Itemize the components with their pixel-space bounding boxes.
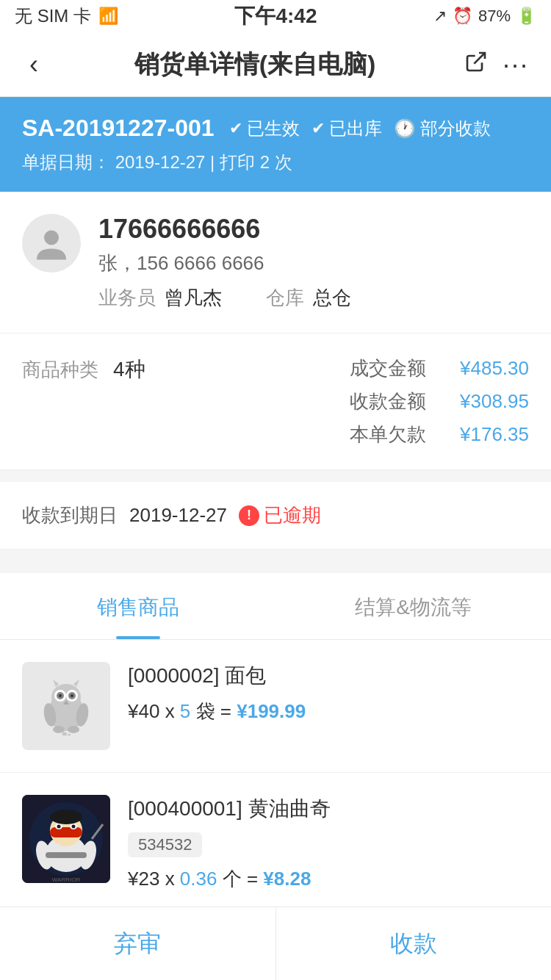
salesperson-label: 业务员: [98, 285, 156, 311]
print-count: 2: [260, 152, 270, 172]
stats-section: 商品种类 4种 成交金额 ¥485.30 收款金额 ¥308.95 本单欠款 ¥…: [0, 334, 551, 470]
svg-rect-31: [46, 852, 87, 858]
cancel-review-button[interactable]: 弃审: [0, 907, 276, 980]
order-date: 2019-12-27: [115, 152, 206, 172]
collect-payment-label: 收款: [390, 928, 437, 960]
stats-row: 商品种类 4种 成交金额 ¥485.30 收款金额 ¥308.95 本单欠款 ¥…: [22, 356, 529, 447]
transaction-amount-value: ¥485.30: [441, 357, 529, 380]
svg-text:兽+: 兽+: [62, 732, 71, 735]
tab-settlement[interactable]: 结算&物流等: [276, 573, 551, 639]
operator-1: x: [165, 700, 180, 722]
svg-point-27: [50, 810, 82, 824]
svg-text:WARRIOR: WARRIOR: [52, 876, 81, 883]
order-date-line: 单据日期： 2019-12-27 | 打印 2 次: [22, 151, 529, 174]
collect-payment-button[interactable]: 收款: [276, 907, 552, 980]
carrier-text: 无 SIM 卡: [15, 4, 91, 28]
customer-id: 17666666666: [98, 214, 529, 245]
received-amount-label: 收款金额: [350, 389, 426, 414]
svg-point-25: [57, 825, 61, 829]
product-code-2: [000400001]: [128, 797, 242, 820]
product-unit-2: 个: [223, 868, 242, 890]
product-thumb-1: 兽+: [22, 662, 110, 750]
transaction-amount-line: 成交金额 ¥485.30: [350, 356, 529, 381]
alarm-icon: ⏰: [453, 7, 472, 26]
wifi-icon: 📶: [98, 7, 118, 26]
battery-text: 87%: [478, 7, 511, 26]
print-unit: 次: [275, 152, 292, 172]
customer-meta: 业务员 曾凡杰 仓库 总仓: [98, 285, 529, 311]
status-partial-label: 部分收款: [420, 117, 491, 140]
due-date-section: 收款到期日 2019-12-27 ! 已逾期: [0, 482, 551, 550]
product-info-2: [000400001] 黄油曲奇 534532 ¥23 x 0.36 个 = ¥…: [128, 795, 529, 892]
overdue-badge: ! 已逾期: [239, 502, 321, 528]
tabs-section: 销售商品 结算&物流等: [0, 573, 551, 640]
product-name-2: [000400001] 黄油曲奇: [128, 795, 529, 823]
print-label: | 打印: [210, 152, 255, 172]
product-info-1: [0000002] 面包 ¥40 x 5 袋 = ¥199.99: [128, 662, 529, 724]
debt-amount-value: ¥176.35: [441, 423, 529, 446]
status-tags: ✔ 已生效 ✔ 已出库 🕐 部分收款: [229, 117, 491, 140]
product-price-line-1: ¥40 x 5 袋 = ¥199.99: [128, 699, 529, 724]
product-total-1: ¥199.99: [237, 700, 306, 722]
transaction-amount-label: 成交金额: [350, 356, 426, 381]
product-price-2: ¥23: [128, 868, 159, 890]
more-button[interactable]: ···: [503, 49, 529, 80]
bottom-bar: 弃审 收款: [0, 907, 551, 980]
salesperson-value: 曾凡杰: [165, 285, 222, 311]
status-left: 无 SIM 卡 📶: [15, 4, 118, 28]
product-name-text-1: 面包: [225, 664, 266, 687]
product-name-1: [0000002] 面包: [128, 662, 529, 690]
order-id: SA-20191227-001: [22, 115, 215, 142]
status-tag-effective: ✔ 已生效: [229, 117, 300, 140]
back-button[interactable]: ‹: [22, 42, 46, 87]
svg-line-0: [474, 53, 485, 64]
status-shipped-label: 已出库: [329, 117, 382, 140]
status-right: ↗ ⏰ 87% 🔋: [433, 7, 536, 26]
share-button[interactable]: [464, 50, 488, 79]
owl-icon: 兽+: [37, 677, 96, 735]
back-icon: ‹: [29, 49, 38, 79]
tab-products[interactable]: 销售商品: [0, 573, 276, 639]
operator-2: x: [165, 868, 180, 890]
product-name-text-2: 黄油曲奇: [248, 797, 331, 820]
status-bar: 无 SIM 卡 📶 下午4:42 ↗ ⏰ 87% 🔋: [0, 0, 551, 32]
product-qty-1: 5: [180, 700, 190, 722]
header-banner: SA-20191227-001 ✔ 已生效 ✔ 已出库 🕐 部分收款 单据日期：…: [0, 97, 551, 192]
overdue-icon: !: [239, 505, 259, 526]
product-item-1: 兽+ [0000002] 面包 ¥40 x 5 袋 = ¥199.99: [0, 640, 551, 773]
product-price-1: ¥40: [128, 700, 159, 722]
tab-products-label: 销售商品: [97, 596, 179, 619]
product-total-2: ¥8.28: [263, 868, 311, 890]
product-code-1: [0000002]: [128, 664, 220, 687]
location-icon: ↗: [433, 7, 447, 26]
svg-marker-13: [53, 680, 59, 687]
check-icon-2: ✔: [311, 119, 325, 138]
warehouse-label: 仓库: [266, 285, 304, 311]
status-time: 下午4:42: [234, 2, 317, 30]
battery-icon: 🔋: [516, 7, 536, 26]
product-batch-2: 534532: [128, 832, 202, 857]
product-list: 兽+ [0000002] 面包 ¥40 x 5 袋 = ¥199.99: [0, 640, 551, 915]
product-item-2: WARRIOR [000400001] 黄油曲奇 534532 ¥23 x 0.…: [0, 773, 551, 915]
tabs-row: 销售商品 结算&物流等: [0, 573, 551, 640]
received-amount-line: 收款金额 ¥308.95: [350, 389, 529, 414]
stats-right: 成交金额 ¥485.30 收款金额 ¥308.95 本单欠款 ¥176.35: [350, 356, 529, 447]
customer-section: 17666666666 张，156 6666 6666 业务员 曾凡杰 仓库 总…: [0, 192, 551, 334]
person-icon: [33, 225, 70, 262]
cancel-review-label: 弃审: [114, 928, 161, 960]
stats-left: 商品种类 4种: [22, 356, 145, 383]
svg-rect-22: [50, 827, 82, 837]
debt-amount-line: 本单欠款 ¥176.35: [350, 422, 529, 447]
status-tag-partial: 🕐 部分收款: [394, 117, 491, 140]
date-label: 单据日期：: [22, 152, 110, 172]
svg-point-9: [71, 694, 73, 697]
due-date-label: 收款到期日: [22, 502, 118, 528]
debt-amount-label: 本单欠款: [350, 422, 426, 447]
customer-info: 17666666666 张，156 6666 6666 业务员 曾凡杰 仓库 总…: [98, 214, 529, 311]
check-icon-1: ✔: [229, 119, 242, 138]
section-separator: [0, 561, 551, 573]
ninja-icon: WARRIOR: [22, 795, 110, 883]
svg-point-26: [72, 825, 76, 829]
product-thumb-2: WARRIOR: [22, 795, 110, 883]
page-title: 销货单详情(来自电脑): [46, 48, 464, 82]
